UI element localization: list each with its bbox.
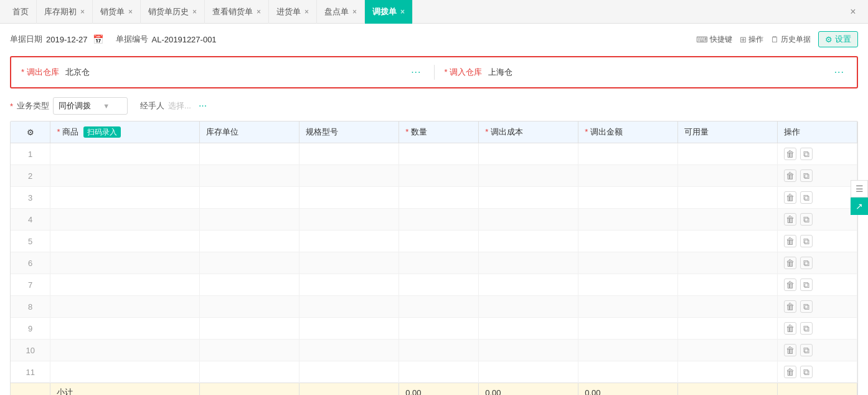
row-6-amount[interactable] [578,252,678,274]
row-5-delete-icon[interactable]: 🗑 [784,235,796,247]
tab-stocktake-close[interactable]: × [352,7,357,16]
tab-view-sales-close[interactable]: × [257,7,261,16]
row-10-cost[interactable] [479,340,578,361]
row-9-spec[interactable] [300,318,399,340]
row-11-cost[interactable] [479,361,578,383]
history-button[interactable]: 🗒 历史单据 [771,34,811,45]
row-4-available[interactable] [678,209,778,231]
settings-button[interactable]: ⚙ 设置 [818,31,858,47]
row-9-product[interactable] [50,318,200,340]
tab-home[interactable]: 首页 [5,0,37,24]
row-4-unit[interactable] [200,209,300,231]
row-2-spec[interactable] [300,165,399,187]
row-9-qty[interactable] [399,318,479,340]
tab-sales-order-close[interactable]: × [128,7,133,16]
row-11-product[interactable] [50,361,200,383]
row-4-product[interactable] [50,209,200,231]
calendar-icon[interactable]: 📅 [93,34,103,44]
row-7-unit[interactable] [200,274,300,296]
row-6-qty[interactable] [399,252,479,274]
row-7-delete-icon[interactable]: 🗑 [784,278,796,291]
row-2-delete-icon[interactable]: 🗑 [784,169,796,182]
row-3-spec[interactable] [300,187,399,209]
row-10-qty[interactable] [399,340,479,361]
row-5-product[interactable] [50,231,200,252]
row-4-amount[interactable] [578,209,678,231]
tab-inventory-init-close[interactable]: × [80,7,85,16]
row-11-available[interactable] [678,361,778,383]
row-1-available[interactable] [678,143,778,165]
row-1-product[interactable] [50,143,200,165]
row-6-cost[interactable] [479,252,578,274]
row-2-copy-icon[interactable]: ⧉ [800,169,813,182]
row-11-qty[interactable] [399,361,479,383]
operations-button[interactable]: ⊞ 操作 [740,34,763,45]
row-1-copy-icon[interactable]: ⧉ [800,148,813,160]
row-7-spec[interactable] [300,274,399,296]
biz-type-select[interactable]: 同价调拨 ▼ [53,97,128,115]
row-2-amount[interactable] [578,165,678,187]
row-9-cost[interactable] [479,318,578,340]
tab-purchase-order-close[interactable]: × [304,7,309,16]
tab-transfer[interactable]: 调拨单 × [365,0,413,24]
tab-sales-order[interactable]: 销货单 × [93,0,141,24]
row-3-copy-icon[interactable]: ⧉ [800,191,813,204]
row-4-qty[interactable] [399,209,479,231]
row-6-unit[interactable] [200,252,300,274]
row-6-product[interactable] [50,252,200,274]
tab-view-sales[interactable]: 查看销货单 × [205,0,269,24]
row-6-delete-icon[interactable]: 🗑 [784,257,796,269]
row-4-spec[interactable] [300,209,399,231]
row-5-cost[interactable] [479,231,578,252]
row-8-product[interactable] [50,296,200,318]
row-11-delete-icon[interactable]: 🗑 [784,366,796,378]
settings-gear-icon[interactable]: ⚙ [27,128,34,137]
col-settings[interactable]: ⚙ [11,121,50,143]
row-3-qty[interactable] [399,187,479,209]
tab-sales-history[interactable]: 销货单历史 × [141,0,205,24]
row-9-unit[interactable] [200,318,300,340]
row-8-available[interactable] [678,296,778,318]
row-3-available[interactable] [678,187,778,209]
row-3-delete-icon[interactable]: 🗑 [784,191,796,204]
row-5-qty[interactable] [399,231,479,252]
in-warehouse-more-button[interactable]: ··· [832,67,847,78]
row-10-product[interactable] [50,340,200,361]
row-1-cost[interactable] [479,143,578,165]
row-11-unit[interactable] [200,361,300,383]
tab-sales-history-close[interactable]: × [192,7,197,16]
row-10-amount[interactable] [578,340,678,361]
row-2-product[interactable] [50,165,200,187]
row-3-unit[interactable] [200,187,300,209]
row-4-cost[interactable] [479,209,578,231]
row-3-product[interactable] [50,187,200,209]
row-2-unit[interactable] [200,165,300,187]
row-5-available[interactable] [678,231,778,252]
row-8-unit[interactable] [200,296,300,318]
row-2-available[interactable] [678,165,778,187]
row-5-amount[interactable] [578,231,678,252]
row-11-spec[interactable] [300,361,399,383]
tab-inventory-init[interactable]: 库存期初 × [37,0,93,24]
out-warehouse-more-button[interactable]: ··· [408,67,423,78]
row-11-copy-icon[interactable]: ⧉ [800,366,813,378]
row-1-delete-icon[interactable]: 🗑 [784,148,796,160]
row-7-qty[interactable] [399,274,479,296]
row-2-cost[interactable] [479,165,578,187]
row-3-amount[interactable] [578,187,678,209]
row-7-cost[interactable] [479,274,578,296]
close-all-button[interactable]: × [843,2,863,22]
person-more-button[interactable]: ··· [199,100,207,112]
row-7-amount[interactable] [578,274,678,296]
row-7-available[interactable] [678,274,778,296]
row-8-spec[interactable] [300,296,399,318]
row-1-spec[interactable] [300,143,399,165]
row-8-delete-icon[interactable]: 🗑 [784,300,796,313]
row-10-spec[interactable] [300,340,399,361]
row-4-copy-icon[interactable]: ⧉ [800,213,813,226]
row-8-cost[interactable] [479,296,578,318]
row-1-qty[interactable] [399,143,479,165]
row-8-amount[interactable] [578,296,678,318]
row-7-copy-icon[interactable]: ⧉ [800,278,813,291]
row-5-copy-icon[interactable]: ⧉ [800,235,813,247]
